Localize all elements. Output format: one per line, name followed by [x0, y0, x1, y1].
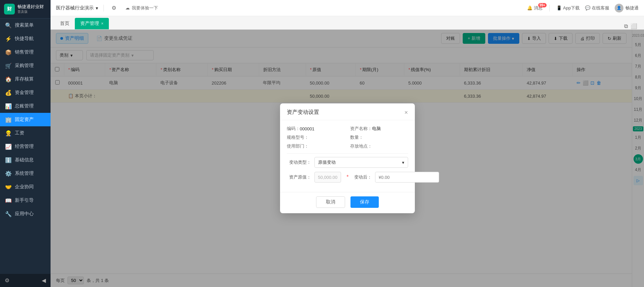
after-value-input[interactable] — [375, 172, 439, 183]
spec-label: 规格型号： — [287, 134, 309, 140]
dialog-code-row: 编码： 000001 — [287, 126, 345, 132]
sidebar-item-operations[interactable]: 📈 经营管理 — [0, 140, 51, 153]
company-selector[interactable]: 医疗器械行业演示 ▾ — [56, 5, 98, 11]
sidebar-item-guide[interactable]: 📖 新手引导 — [0, 194, 51, 207]
company-name: 医疗器械行业演示 — [56, 5, 94, 11]
cloud-experience[interactable]: ☁ 我要体验一下 — [125, 5, 158, 11]
change-type-select[interactable]: 原值变动 ▾ — [314, 157, 408, 168]
sidebar-bottom: ⚙ ◀ — [0, 274, 51, 287]
purchase-icon: 🛒 — [5, 63, 11, 69]
sidebar-item-purchase[interactable]: 🛒 采购管理 — [0, 59, 51, 72]
basic-icon: ℹ️ — [5, 157, 11, 163]
main-area: 医疗器械行业演示 ▾ ⚙ ☁ 我要体验一下 🔔 消息 99+ 📱 App下载 💬… — [51, 0, 644, 287]
logo-sub: 普及版 — [18, 9, 44, 14]
content-area: 资产明细 📄 变更生成凭证 对账 + 新增 批量操作 ▾ — [51, 30, 644, 287]
window-maximize-icon[interactable]: ⬜ — [631, 23, 637, 29]
sidebar-item-label: 快捷导航 — [15, 36, 34, 42]
sidebar-item-label: 销售管理 — [15, 49, 34, 55]
location-label: 存放地点： — [350, 143, 372, 149]
topbar-right: 🔔 消息 99+ 📱 App下载 💬 在线客服 👤 畅捷通 — [527, 4, 639, 12]
sidebar-item-assets[interactable]: 🏢 固定资产 — [0, 113, 51, 126]
asset-value-display: 50,000.00 — [314, 172, 341, 183]
save-button[interactable]: 保存 — [350, 196, 379, 208]
dialog-body: 编码： 000001 资产名称： 电脑 规格型号： 数量： — [280, 120, 415, 192]
notice-button[interactable]: 🔔 消息 99+ — [527, 5, 543, 11]
cancel-button[interactable]: 取消 — [316, 196, 345, 208]
logo-icon: 财 — [4, 4, 15, 14]
sidebar-item-label: 应用中心 — [15, 211, 34, 217]
notice-badge: 99+ — [538, 3, 547, 7]
inventory-icon: 🏠 — [5, 76, 11, 82]
tab-home[interactable]: 首页 — [55, 18, 75, 29]
sidebar-item-finance[interactable]: 💰 资金管理 — [0, 86, 51, 99]
dialog-divider — [287, 153, 408, 154]
app-download-label: App下载 — [563, 5, 580, 11]
dialog-location-row: 存放地点： — [350, 143, 408, 149]
service-label: 在线客服 — [592, 5, 609, 11]
sidebar-logo: 财 畅捷通好业财 普及版 — [0, 0, 51, 19]
sidebar-item-label: 经营管理 — [15, 144, 34, 150]
sidebar-item-system[interactable]: ⚙️ 系统管理 — [0, 167, 51, 180]
asset-value-row: 资产原值： 50,000.00 * 变动后： — [287, 172, 408, 183]
sidebar-item-apps[interactable]: 🔧 应用中心 — [0, 207, 51, 221]
lightning-icon: ⚡ — [5, 36, 11, 42]
dialog-info-grid: 编码： 000001 资产名称： 电脑 规格型号： 数量： — [287, 126, 408, 149]
sidebar-item-sales[interactable]: 📦 销售管理 — [0, 45, 51, 59]
user-avatar: 👤 — [615, 4, 623, 12]
asset-value-label: 资产原值： — [287, 174, 311, 180]
dialog-dept-row: 使用部门： — [287, 143, 345, 149]
tab-asset-label: 资产管理 — [80, 21, 99, 27]
dialog-footer: 取消 保存 — [280, 192, 415, 213]
apps-icon: 🔧 — [5, 211, 11, 217]
username-label: 畅捷通 — [625, 5, 639, 11]
topbar-divider1 — [103, 5, 104, 11]
dialog-header: 资产变动设置 × — [280, 103, 415, 120]
window-restore-icon[interactable]: ⧉ — [624, 23, 628, 29]
settings-bottom-icon[interactable]: ⚙ — [5, 277, 9, 284]
required-star-after: * — [346, 174, 348, 180]
asset-change-dialog: 资产变动设置 × 编码： 000001 资产名称： 电脑 — [280, 103, 415, 213]
settings-icon[interactable]: ⚙ — [109, 3, 119, 13]
payroll-icon: 👷 — [5, 130, 11, 136]
user-button[interactable]: 👤 畅捷通 — [615, 4, 639, 12]
cloud-icon: ☁ — [125, 5, 130, 10]
dialog-assetname-row: 资产名称： 电脑 — [350, 126, 408, 132]
sidebar-item-label: 采购管理 — [15, 63, 34, 69]
tab-home-label: 首页 — [60, 21, 69, 27]
app-download-button[interactable]: 📱 App下载 — [556, 5, 580, 11]
quantity-label: 数量： — [350, 134, 363, 140]
ledger-icon: 📊 — [5, 103, 11, 109]
tabbar: 首页 资产管理 × ⧉ ⬜ — [51, 16, 644, 30]
enterprise-icon: 🤝 — [5, 184, 11, 190]
sidebar-item-basic[interactable]: ℹ️ 基础信息 — [0, 153, 51, 167]
download-icon: 📱 — [556, 5, 562, 10]
sidebar-item-ledger[interactable]: 📊 总账管理 — [0, 99, 51, 113]
finance-icon: 💰 — [5, 90, 11, 96]
change-type-value: 原值变动 — [318, 159, 336, 165]
sidebar: 财 畅捷通好业财 普及版 🔍 搜索菜单 ⚡ 快捷导航 📦 销售管理 🛒 采购管理… — [0, 0, 51, 287]
sidebar-item-inventory[interactable]: 🏠 库存核算 — [0, 72, 51, 86]
sidebar-item-label: 企业协同 — [15, 184, 34, 190]
assets-icon: 🏢 — [5, 117, 11, 123]
notice-icon: 🔔 — [527, 5, 532, 10]
ops-icon: 📈 — [5, 144, 11, 150]
sidebar-item-quicknav[interactable]: ⚡ 快捷导航 — [0, 32, 51, 45]
collapse-icon[interactable]: ◀ — [42, 277, 46, 284]
tab-asset-management[interactable]: 资产管理 × — [75, 18, 109, 29]
service-button[interactable]: 💬 在线客服 — [585, 5, 609, 11]
sidebar-item-enterprise[interactable]: 🤝 企业协同 — [0, 180, 51, 194]
sidebar-item-search[interactable]: 🔍 搜索菜单 — [0, 19, 51, 32]
sidebar-menu: 🔍 搜索菜单 ⚡ 快捷导航 📦 销售管理 🛒 采购管理 🏠 库存核算 💰 资金管… — [0, 19, 51, 274]
code-label: 编码： — [287, 126, 300, 132]
sidebar-item-label: 总账管理 — [15, 103, 34, 109]
sidebar-item-payroll[interactable]: 👷 工资 — [0, 126, 51, 140]
service-icon: 💬 — [585, 5, 590, 10]
after-label: 变动后： — [354, 174, 372, 180]
company-dropdown-icon: ▾ — [96, 5, 98, 11]
cloud-text: 我要体验一下 — [132, 5, 158, 11]
dialog-close-icon[interactable]: × — [404, 109, 408, 116]
sidebar-item-label: 工资 — [15, 130, 24, 136]
search-icon: 🔍 — [5, 22, 11, 28]
tab-close-icon[interactable]: × — [101, 21, 103, 26]
logo-text: 畅捷通好业财 — [18, 4, 44, 10]
